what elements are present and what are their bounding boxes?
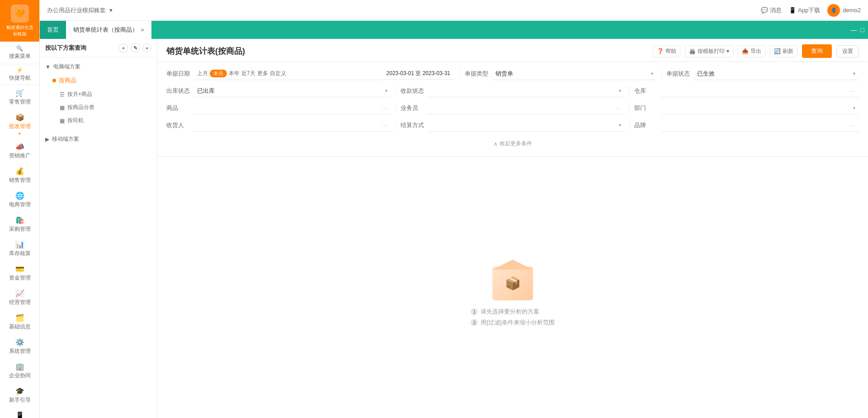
sidebar-item-inventory[interactable]: 📊 库存核算 [0, 237, 39, 261]
wholesale-label: 批发管理 [9, 123, 31, 130]
date-field: 单据日期 上月 本月 本年 近7天 更多 自定义 2023-03-01 至 20… [166, 67, 455, 80]
settings-btn[interactable]: 设置 [836, 45, 859, 57]
date-range-display[interactable]: 2023-03-01 至 2023-03-31 [383, 68, 455, 80]
date-range-text: 2023-03-01 至 2023-03-31 [387, 70, 450, 76]
sidebar-item-purchase[interactable]: 🛍️ 采购管理 [0, 212, 39, 237]
tab-actions: — □ [851, 26, 868, 33]
stock-status-field: 出库状态 已出库 ▾ [166, 85, 391, 97]
sidebar-item-wholesale[interactable]: 📦 批发管理 ▲ [0, 109, 39, 139]
app-download-btn[interactable]: 📱 App下载 [789, 6, 820, 14]
download-icon: 📱 [789, 7, 796, 14]
sidebar-item-finance[interactable]: 💳 资金管理 [0, 261, 39, 285]
receiver-dropdown[interactable]: ··· [193, 119, 391, 132]
collapse-panel-btn[interactable]: « [142, 43, 151, 52]
sidebar-item-enterprise[interactable]: 🏢 企业协同 [0, 359, 39, 383]
industry-dropdown-icon[interactable]: ▾ [109, 7, 113, 14]
mobile-section-label: 移动端方案 [52, 135, 79, 143]
staff-dots[interactable]: ··· [616, 104, 622, 112]
sidebar-item-base[interactable]: 🗂️ 基础信息 [0, 310, 39, 334]
date-opt-this-year[interactable]: 本年 [229, 70, 240, 77]
sidebar-item-retail[interactable]: 🛒 零售管理 [0, 85, 39, 109]
sep-6 [629, 104, 630, 113]
scheme-by-month-goods[interactable]: ☰ 按月+商品 [40, 88, 157, 101]
quick-nav-label: 快捷导航 [9, 74, 31, 82]
goods-dots[interactable]: ··· [382, 104, 387, 112]
staff-dropdown[interactable]: ··· [428, 102, 625, 114]
doc-type-label: 单据类型 [465, 70, 492, 78]
edit-scheme-btn[interactable]: ✎ [131, 43, 140, 52]
industry-label: 办公用品行业模拟账套 [47, 6, 106, 14]
tab-home[interactable]: 首页 [40, 21, 66, 39]
date-opt-custom[interactable]: 自定义 [270, 70, 286, 77]
doc-type-dropdown[interactable]: 销货单 ▾ [492, 67, 657, 80]
logo-subtext: 标账版 [13, 31, 27, 37]
date-opt-this-month[interactable]: 本月 [210, 70, 227, 77]
scheme-by-cashier-icon: ▦ [60, 118, 65, 124]
add-scheme-btn[interactable]: + [119, 43, 128, 52]
collapse-bar[interactable]: ∧ 收起更多条件 [166, 136, 859, 151]
goods-dropdown[interactable]: ··· [193, 102, 391, 114]
desktop-section-toggle[interactable]: ▼ 电脑端方案 [40, 60, 157, 73]
help-icon: ❓ [657, 48, 664, 54]
export-btn[interactable]: 📤 导出 [738, 45, 765, 57]
mobile-section-toggle[interactable]: ▶ 移动端方案 [40, 133, 157, 146]
sidebar-item-system[interactable]: ⚙️ 系统管理 [0, 334, 39, 359]
sidebar-item-newbie[interactable]: 🎓 新手引导 [0, 383, 39, 408]
doc-status-dropdown[interactable]: 已生效 ▾ [693, 67, 859, 80]
staff-label: 业务员 [401, 104, 428, 112]
tab-maximize-btn[interactable]: □ [861, 26, 864, 33]
desktop-scheme-section: ▼ 电脑端方案 按商品 ☰ 按月+商品 ▦ 按商品分类 ▦ 按司机 [40, 57, 157, 130]
tab-sales-stats[interactable]: 销货单统计表（按商品） ✕ [66, 21, 151, 39]
hint-2-text: 用[过滤]条件来缩小分析范围 [481, 318, 554, 327]
refresh-btn[interactable]: 🔄 刷新 [770, 45, 797, 57]
date-opt-prev-month[interactable]: 上月 [197, 70, 208, 77]
system-label: 系统管理 [9, 347, 31, 355]
date-value[interactable]: 上月 本月 本年 近7天 更多 自定义 [193, 67, 383, 80]
brand-dots[interactable]: ··· [850, 122, 855, 129]
dept-dropdown[interactable]: ▾ [661, 102, 859, 114]
scheme-by-month-goods-icon: ☰ [60, 91, 65, 98]
tab-minimize-btn[interactable]: — [851, 26, 857, 33]
page-content: 按以下方案查询 + ✎ « ▼ 电脑端方案 按商品 ☰ [40, 39, 868, 418]
collapse-label: 收起更多条件 [500, 140, 532, 147]
scheme-by-category-icon: ▦ [60, 104, 65, 111]
scheme-by-goods[interactable]: 按商品 [40, 73, 157, 88]
app-download-label: App下载 [798, 6, 820, 14]
header-right: 💬 消息 📱 App下载 👤 demo2 [761, 4, 861, 17]
sidebar-item-operation[interactable]: 📈 经营管理 [0, 285, 39, 310]
receiver-dots[interactable]: ··· [382, 122, 387, 129]
sidebar-item-ecommerce[interactable]: 🌐 电商管理 [0, 188, 39, 212]
purchase-label: 采购管理 [9, 225, 31, 233]
avatar: 👤 [827, 4, 840, 17]
filter-row-3: 商品 ··· 业务员 ··· [166, 102, 859, 114]
right-content: 销货单统计表(按商品) ❓ 帮助 🖨️ 按模板打印 ▾ 📤 导出 [157, 39, 868, 418]
template-print-btn[interactable]: 🖨️ 按模板打印 ▾ [685, 45, 733, 57]
payment-status-dropdown[interactable]: ▾ [428, 85, 625, 97]
search-menu[interactable]: 🔍 搜索菜单 [0, 42, 39, 64]
scheme-by-cashier[interactable]: ▦ 按司机 [40, 114, 157, 127]
sep-7 [396, 121, 396, 130]
query-btn[interactable]: 查询 [802, 44, 832, 58]
brand-dropdown[interactable]: ··· [661, 119, 859, 132]
settlement-dropdown[interactable]: ▾ [428, 119, 625, 132]
base-icon: 🗂️ [15, 314, 24, 322]
help-btn[interactable]: ❓ 帮助 [653, 45, 680, 57]
warehouse-dropdown[interactable]: ··· [661, 85, 859, 97]
quick-nav[interactable]: ⚡ 快捷导航 [0, 64, 39, 85]
empty-hint-2: 2 用[过滤]条件来缩小分析范围 [471, 318, 554, 327]
sidebar-item-sales[interactable]: 💰 销售管理 [0, 163, 39, 188]
sep-1 [460, 69, 460, 78]
date-opt-more[interactable]: 更多 [257, 70, 268, 77]
tab-close-icon[interactable]: ✕ [141, 28, 144, 33]
empty-state: 📦 1 请先选择要分析的方案 2 用[过滤]条件来缩小分析范围 [157, 157, 868, 418]
sidebar-item-marketing[interactable]: 📣 营销推广 [0, 139, 39, 163]
sidebar-item-apps[interactable]: 📱 应用中心 [0, 408, 39, 418]
scheme-by-category[interactable]: ▦ 按商品分类 [40, 101, 157, 114]
brand-label: 品牌 [634, 121, 661, 129]
user-btn[interactable]: 👤 demo2 [827, 4, 861, 17]
message-btn[interactable]: 💬 消息 [761, 6, 782, 14]
date-opt-7days[interactable]: 近7天 [241, 70, 255, 77]
warehouse-dots[interactable]: ··· [850, 87, 855, 95]
stock-status-dropdown[interactable]: 已出库 ▾ [193, 85, 391, 97]
sidebar: 🧡 畅捷通好生意 标账版 🔍 搜索菜单 ⚡ 快捷导航 🛒 零售管理 📦 批发管理… [0, 0, 40, 418]
